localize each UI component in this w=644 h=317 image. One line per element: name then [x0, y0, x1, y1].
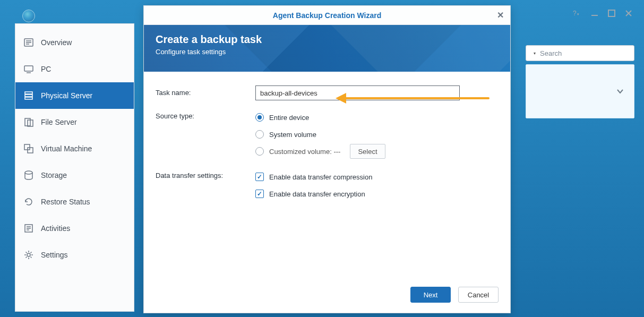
- wizard-title-bar: Agent Backup Creation Wizard ✕: [144, 6, 510, 25]
- sidebar-item-label: Physical Server: [41, 91, 92, 100]
- sidebar-item-pc[interactable]: PC: [15, 56, 134, 82]
- help-icon[interactable]: ?▾: [573, 10, 581, 17]
- sidebar-item-physical-server[interactable]: Physical Server: [15, 82, 134, 109]
- sidebar-item-label: Virtual Machine: [41, 144, 92, 153]
- server-icon: [23, 90, 35, 101]
- minimize-icon[interactable]: [591, 10, 598, 17]
- svg-rect-2: [591, 15, 598, 16]
- sidebar-item-label: Storage: [41, 171, 67, 179]
- wizard-hero: Create a backup task Configure task sett…: [144, 25, 510, 72]
- wizard-dialog: Agent Backup Creation Wizard ✕ Create a …: [143, 5, 511, 313]
- sidebar-item-overview[interactable]: Overview: [15, 29, 134, 56]
- sidebar-item-label: Activities: [41, 224, 70, 233]
- svg-point-21: [25, 171, 32, 174]
- radio-system-volume-label: System volume: [269, 131, 316, 139]
- wizard-hero-subtitle: Configure task settings: [156, 48, 499, 56]
- vm-icon: [23, 143, 35, 155]
- checkbox-compression-label: Enable data transfer compression: [269, 173, 372, 181]
- pc-icon: [23, 63, 35, 75]
- task-name-label: Task name:: [156, 85, 255, 97]
- restore-icon: [23, 196, 35, 208]
- radio-entire-device[interactable]: [255, 113, 264, 122]
- storage-icon: [23, 169, 35, 181]
- svg-rect-15: [25, 95, 32, 97]
- sidebar-item-label: Overview: [41, 38, 72, 47]
- maximize-icon[interactable]: [608, 10, 615, 17]
- sidebar-item-file-server[interactable]: File Server: [15, 109, 134, 135]
- checkbox-encryption-label: Enable data transfer encryption: [269, 190, 365, 198]
- transfer-settings-label: Data transfer settings:: [156, 168, 255, 179]
- svg-text:▾: ▾: [577, 12, 579, 16]
- svg-text:?: ?: [573, 10, 577, 17]
- activities-icon: [23, 222, 35, 234]
- svg-rect-20: [28, 148, 33, 153]
- sidebar-item-label: PC: [41, 65, 51, 73]
- search-input-container[interactable]: ▾: [526, 45, 634, 61]
- sidebar-item-restore-status[interactable]: Restore Status: [15, 189, 134, 215]
- svg-point-26: [27, 253, 30, 256]
- side-info-panel: [526, 64, 634, 118]
- radio-customized-volume[interactable]: [255, 147, 264, 156]
- svg-rect-3: [608, 10, 615, 16]
- radio-customized-volume-label: Customized volume: ---: [269, 148, 340, 156]
- sidebar-item-settings[interactable]: Settings: [15, 242, 134, 268]
- radio-system-volume[interactable]: [255, 130, 264, 139]
- search-dropdown-icon[interactable]: ▾: [534, 51, 536, 56]
- file-server-icon: [23, 116, 35, 128]
- sidebar-item-activities[interactable]: Activities: [15, 215, 134, 242]
- svg-rect-14: [25, 92, 32, 94]
- sidebar-item-label: File Server: [41, 118, 77, 126]
- sidebar-item-storage[interactable]: Storage: [15, 162, 134, 189]
- select-volume-button[interactable]: Select: [350, 144, 385, 159]
- source-type-label: Source type:: [156, 109, 255, 120]
- svg-rect-16: [25, 97, 32, 99]
- sidebar-item-virtual-machine[interactable]: Virtual Machine: [15, 135, 134, 162]
- overview-icon: [23, 37, 35, 48]
- wizard-title-text: Agent Backup Creation Wizard: [273, 11, 381, 20]
- search-input[interactable]: [539, 46, 630, 61]
- gear-icon: [23, 249, 35, 261]
- wizard-hero-title: Create a backup task: [156, 33, 499, 46]
- cancel-button[interactable]: Cancel: [458, 287, 499, 303]
- chevron-down-icon[interactable]: [616, 87, 624, 97]
- task-name-input[interactable]: [255, 85, 460, 100]
- svg-rect-12: [24, 66, 33, 71]
- sidebar-item-label: Settings: [41, 251, 68, 259]
- radio-entire-device-label: Entire device: [269, 114, 309, 122]
- sidebar-item-label: Restore Status: [41, 198, 90, 206]
- sidebar: Overview PC Physical Server File Server …: [15, 23, 134, 312]
- svg-rect-19: [24, 144, 30, 150]
- app-logo-icon[interactable]: [22, 10, 35, 22]
- checkbox-compression[interactable]: [255, 173, 264, 181]
- next-button[interactable]: Next: [410, 287, 451, 303]
- close-icon[interactable]: [625, 10, 632, 17]
- checkbox-encryption[interactable]: [255, 190, 264, 198]
- close-icon[interactable]: ✕: [495, 10, 505, 20]
